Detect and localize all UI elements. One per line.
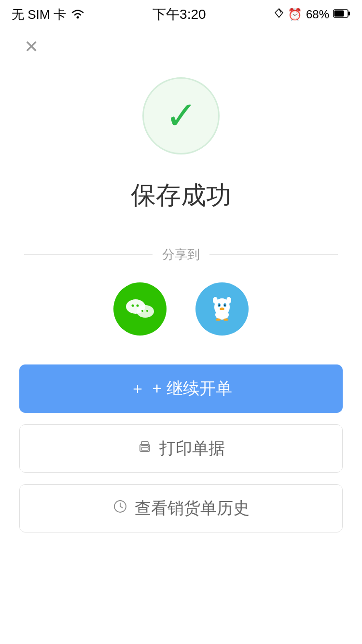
alarm-icon: ⏰ bbox=[288, 8, 302, 21]
svg-point-6 bbox=[132, 305, 134, 307]
no-sim-text: 无 SIM 卡 bbox=[12, 6, 66, 23]
svg-point-18 bbox=[223, 318, 228, 321]
share-icons bbox=[113, 282, 249, 336]
wechat-share-button[interactable] bbox=[113, 282, 167, 336]
success-title: 保存成功 bbox=[131, 179, 231, 212]
close-button[interactable]: ✕ bbox=[19, 35, 43, 59]
svg-point-7 bbox=[137, 305, 139, 307]
share-divider: 分享到 bbox=[0, 246, 362, 263]
status-left: 无 SIM 卡 bbox=[12, 6, 84, 23]
status-right: ⏰ 68% bbox=[274, 8, 350, 21]
checkmark-icon: ✓ bbox=[165, 97, 197, 135]
battery-text: 68% bbox=[306, 8, 329, 21]
svg-rect-23 bbox=[141, 448, 148, 450]
plus-icon: ＋ bbox=[130, 378, 145, 399]
svg-point-24 bbox=[148, 446, 150, 448]
action-buttons: ＋ + 继续开单 打印单据 查看销货单历史 bbox=[0, 364, 362, 532]
svg-point-16 bbox=[215, 310, 229, 320]
svg-point-17 bbox=[216, 318, 221, 321]
close-icon: ✕ bbox=[24, 37, 39, 57]
svg-rect-3 bbox=[334, 11, 344, 17]
svg-point-9 bbox=[146, 310, 148, 312]
continue-order-label: + 继续开单 bbox=[152, 378, 232, 400]
svg-point-20 bbox=[226, 297, 231, 304]
svg-point-5 bbox=[137, 305, 154, 318]
svg-point-0 bbox=[76, 16, 79, 18]
main-content: ✓ 保存成功 分享到 bbox=[0, 29, 362, 532]
divider-line-right bbox=[209, 254, 338, 255]
battery-icon bbox=[333, 8, 350, 21]
location-icon bbox=[274, 8, 284, 21]
share-section: 分享到 bbox=[0, 246, 362, 336]
print-button[interactable]: 打印单据 bbox=[19, 424, 343, 473]
status-bar: 无 SIM 卡 下午3:20 ⏰ 68% bbox=[0, 0, 362, 29]
svg-point-14 bbox=[224, 304, 225, 306]
continue-order-button[interactable]: ＋ + 继续开单 bbox=[19, 364, 343, 413]
clock-icon bbox=[112, 499, 128, 518]
divider-line-left bbox=[24, 254, 153, 255]
svg-rect-2 bbox=[348, 12, 350, 15]
share-label: 分享到 bbox=[162, 246, 200, 263]
success-circle: ✓ bbox=[142, 77, 220, 154]
qq-share-button[interactable] bbox=[195, 282, 249, 336]
svg-point-19 bbox=[213, 297, 218, 304]
history-button[interactable]: 查看销货单历史 bbox=[19, 484, 343, 532]
svg-point-8 bbox=[141, 310, 143, 312]
svg-point-13 bbox=[218, 304, 220, 306]
wifi-icon bbox=[71, 7, 84, 22]
print-label: 打印单据 bbox=[159, 437, 225, 460]
printer-icon bbox=[137, 439, 153, 458]
status-time: 下午3:20 bbox=[153, 5, 206, 24]
history-label: 查看销货单历史 bbox=[135, 497, 250, 519]
